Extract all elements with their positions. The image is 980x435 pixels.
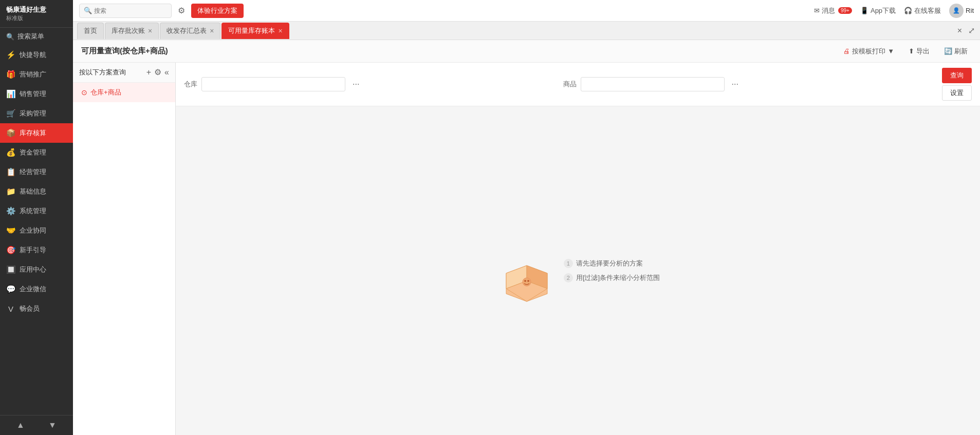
- sidebar-item-basic[interactable]: 📁 基础信息: [0, 182, 73, 201]
- scroll-down-button[interactable]: ▼: [38, 420, 67, 431]
- window-expand-button[interactable]: ⤢: [967, 25, 976, 36]
- wechat-icon: 💬: [6, 285, 15, 294]
- left-panel-actions: + ⚙ «: [146, 68, 169, 77]
- content-area: 按以下方案查询 + ⚙ « ⊙ 仓库+商品 仓库 ···: [73, 63, 980, 435]
- warehouse-filter-group: 仓库 ···: [184, 77, 555, 91]
- topbar-app-download[interactable]: 📱 App下载: [860, 6, 896, 15]
- logo-sub: 标准版: [6, 14, 67, 22]
- sidebar-item-operation[interactable]: 📋 经营管理: [0, 162, 73, 182]
- print-button[interactable]: 🖨 按模板打印 ▼: [839, 45, 898, 58]
- sidebar-item-finance[interactable]: 💰 资金管理: [0, 143, 73, 162]
- empty-illustration: [496, 245, 547, 296]
- sidebar-item-quick-nav[interactable]: ⚡ 快捷导航: [0, 45, 73, 65]
- tab-stock-summary[interactable]: 收发存汇总表 ×: [160, 23, 220, 39]
- topbar-avatar: 👤: [949, 4, 964, 18]
- svg-point-6: [527, 280, 529, 282]
- inventory-icon: 📦: [6, 128, 15, 138]
- tab-batch-ledger[interactable]: 库存批次账 ×: [105, 23, 159, 39]
- sidebar-item-label: 采购管理: [20, 109, 46, 118]
- search-icon: 🔍: [6, 33, 14, 41]
- sidebar-bottom: ▲ ▼: [0, 415, 73, 435]
- goods-filter-label: 商品: [563, 80, 577, 89]
- filter-settings-button[interactable]: 设置: [942, 85, 972, 101]
- sidebar-item-label: 销售管理: [20, 89, 46, 99]
- topbar-online-service[interactable]: 🎧 在线客服: [904, 6, 941, 15]
- topbar-industry-button[interactable]: 体验行业方案: [191, 4, 244, 18]
- topbar-username: Rit: [966, 7, 974, 14]
- step-1-number: 1: [564, 259, 573, 268]
- sidebar-nav: ⚡ 快捷导航 🎁 营销推广 📊 销售管理 🛒 采购管理 📦 库存核算 💰 资金管…: [0, 45, 73, 415]
- tab-batch-ledger-label: 库存批次账: [112, 26, 145, 35]
- sidebar-item-guide[interactable]: 🎯 新手引导: [0, 240, 73, 260]
- sidebar: 畅康通好生意 标准版 🔍 搜索菜单 ⚡ 快捷导航 🎁 营销推广 📊 销售管理 🛒…: [0, 0, 73, 435]
- sidebar-item-purchase[interactable]: 🛒 采购管理: [0, 104, 73, 123]
- left-panel-add-button[interactable]: +: [146, 68, 151, 77]
- warehouse-filter-label: 仓库: [184, 80, 197, 89]
- scroll-up-button[interactable]: ▲: [6, 420, 35, 431]
- basic-icon: 📁: [6, 187, 15, 196]
- topbar: 🔍 ⚙ 体验行业方案 ✉ 消息 99+ 📱 App下载 🎧 在线客服 👤 Rit: [73, 0, 980, 22]
- sidebar-item-member[interactable]: V 畅会员: [0, 299, 73, 318]
- sidebar-item-label: 畅会员: [20, 304, 40, 313]
- goods-more-button[interactable]: ···: [729, 79, 742, 90]
- sidebar-item-appstore[interactable]: 🔲 应用中心: [0, 260, 73, 279]
- goods-filter-group: 商品 ···: [563, 77, 934, 91]
- sidebar-item-label: 经营管理: [20, 167, 46, 177]
- topbar-actions: ✉ 消息 99+ 📱 App下载 🎧 在线客服 👤 Rit: [814, 4, 974, 18]
- topbar-message[interactable]: ✉ 消息 99+: [814, 6, 852, 15]
- sidebar-item-sales[interactable]: 📊 销售管理: [0, 84, 73, 104]
- warehouse-more-button[interactable]: ···: [349, 79, 362, 90]
- tab-available-ledger-close[interactable]: ×: [278, 27, 282, 34]
- topbar-search-icon: 🔍: [84, 7, 92, 14]
- empty-state: 1 请先选择要分析的方案 2 用[过滤]条件来缩小分析范围: [176, 106, 980, 435]
- sidebar-item-label: 系统管理: [20, 206, 46, 216]
- left-panel-collapse-button[interactable]: «: [164, 68, 169, 77]
- sidebar-item-cooperation[interactable]: 🤝 企业协同: [0, 221, 73, 240]
- sales-icon: 📊: [6, 89, 15, 99]
- system-icon: ⚙️: [6, 206, 15, 216]
- appstore-icon: 🔲: [6, 265, 15, 274]
- tab-available-ledger-label: 可用量库存账本: [228, 26, 275, 35]
- topbar-search-box[interactable]: 🔍: [79, 4, 172, 18]
- filter-button-group: 查询 设置: [942, 68, 972, 101]
- left-panel-item-warehouse-goods[interactable]: ⊙ 仓库+商品: [73, 83, 175, 102]
- export-label: 导出: [916, 47, 930, 56]
- sidebar-item-label: 企业微信: [20, 285, 46, 294]
- warehouse-goods-icon: ⊙: [81, 88, 87, 97]
- tab-home[interactable]: 首页: [77, 23, 104, 39]
- window-controls: × ⤢: [956, 25, 976, 36]
- refresh-button[interactable]: 🔄 刷新: [940, 45, 972, 58]
- left-panel-settings-button[interactable]: ⚙: [154, 68, 161, 77]
- filter-bar: 仓库 ··· 商品 ··· 查询 设置: [176, 63, 980, 106]
- purchase-icon: 🛒: [6, 109, 15, 118]
- sidebar-item-label: 营销推广: [20, 70, 46, 79]
- topbar-gear-icon[interactable]: ⚙: [176, 4, 187, 17]
- app-download-label: App下载: [871, 6, 896, 15]
- sidebar-item-marketing[interactable]: 🎁 营销推广: [0, 65, 73, 84]
- empty-svg: [496, 245, 558, 307]
- goods-filter-input[interactable]: [581, 77, 725, 91]
- finance-icon: 💰: [6, 148, 15, 157]
- page-header: 可用量查询(按仓库+商品) 🖨 按模板打印 ▼ ⬆ 导出 🔄 刷新: [73, 40, 980, 63]
- guide-icon: 🎯: [6, 245, 15, 255]
- topbar-search-input[interactable]: [94, 7, 167, 14]
- topbar-user[interactable]: 👤 Rit: [949, 4, 974, 18]
- left-panel-title: 按以下方案查询: [79, 68, 126, 77]
- sidebar-item-inventory[interactable]: 📦 库存核算: [0, 123, 73, 143]
- export-button[interactable]: ⬆ 导出: [904, 45, 934, 58]
- page-header-actions: 🖨 按模板打印 ▼ ⬆ 导出 🔄 刷新: [839, 45, 972, 58]
- sidebar-search[interactable]: 🔍 搜索菜单: [0, 28, 73, 45]
- tab-batch-ledger-close[interactable]: ×: [148, 27, 152, 34]
- tab-stock-summary-close[interactable]: ×: [210, 27, 214, 34]
- print-icon: 🖨: [843, 47, 850, 55]
- warehouse-filter-input[interactable]: [201, 77, 345, 91]
- query-button[interactable]: 查询: [942, 68, 972, 83]
- window-close-button[interactable]: ×: [956, 25, 963, 36]
- sidebar-item-system[interactable]: ⚙️ 系统管理: [0, 201, 73, 221]
- empty-step-2: 2 用[过滤]条件来缩小分析范围: [564, 273, 660, 282]
- right-panel: 仓库 ··· 商品 ··· 查询 设置: [176, 63, 980, 435]
- sidebar-item-wechat[interactable]: 💬 企业微信: [0, 279, 73, 299]
- sidebar-logo: 畅康通好生意 标准版: [0, 0, 73, 28]
- tab-available-ledger[interactable]: 可用量库存账本 ×: [221, 23, 289, 39]
- page-title: 可用量查询(按仓库+商品): [81, 46, 168, 56]
